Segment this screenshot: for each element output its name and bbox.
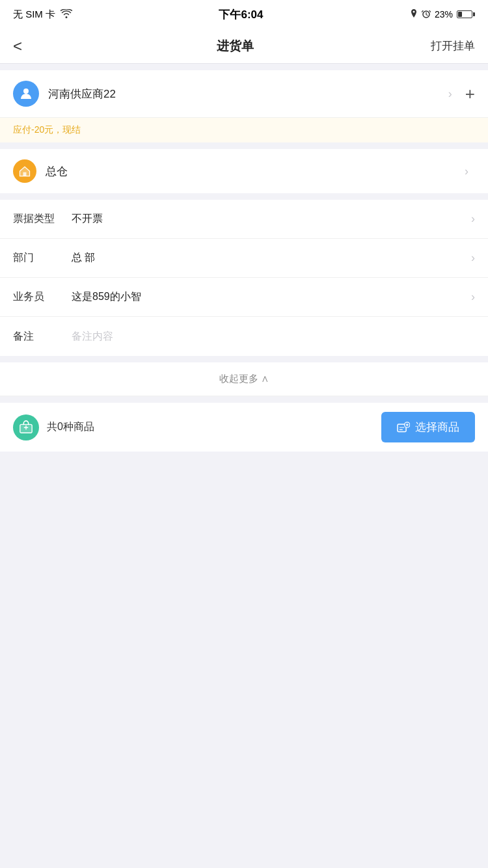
back-button[interactable]: < [13,37,39,55]
product-count-text: 共0种商品 [47,420,94,434]
select-product-button[interactable]: 选择商品 [381,412,475,442]
supplier-row[interactable]: 河南供应商22 › + [0,70,488,118]
remark-label: 备注 [13,330,65,344]
remark-input[interactable]: 备注内容 [65,330,475,344]
warehouse-row[interactable]: 总仓 › [0,149,488,193]
invoice-type-chevron-icon: › [471,212,475,226]
collapse-card: 收起更多 ∧ [0,362,488,396]
supplier-avatar [13,81,39,107]
status-right: 23% [410,9,475,20]
bottom-bar: 共0种商品 选择商品 [0,403,488,452]
select-product-label: 选择商品 [415,420,459,435]
svg-point-1 [23,88,29,94]
salesperson-label: 业务员 [13,290,65,304]
add-supplier-button[interactable]: + [459,84,475,104]
department-chevron-icon: › [471,251,475,265]
warehouse-name: 总仓 [46,164,465,179]
warehouse-card[interactable]: 总仓 › [0,149,488,193]
location-icon [410,9,418,20]
salesperson-value: 这是859的小智 [65,290,471,304]
carrier-text: 无 SIM 卡 [13,8,55,21]
status-bar: 无 SIM 卡 下午6:04 23% [0,0,488,29]
alarm-icon [422,9,431,20]
warehouse-icon [13,159,36,183]
supplier-card: 河南供应商22 › + 应付-20元，现结 [0,70,488,142]
battery-text: 23% [435,9,453,20]
supplier-notice: 应付-20元，现结 [0,118,488,142]
page-title: 进货单 [217,38,254,55]
battery-icon [457,10,475,18]
svg-rect-2 [23,172,27,176]
department-label: 部门 [13,251,65,265]
product-count-wrap: 共0种商品 [13,414,94,441]
open-pending-button[interactable]: 打开挂单 [431,38,475,53]
department-value: 总 部 [65,251,471,265]
warehouse-chevron-icon: › [465,165,468,178]
page-filler [0,452,488,647]
invoice-type-row[interactable]: 票据类型 不开票 › [0,200,488,239]
status-time: 下午6:04 [219,7,263,22]
salesperson-chevron-icon: › [471,290,475,304]
form-card: 票据类型 不开票 › 部门 总 部 › 业务员 这是859的小智 › 备注 备注… [0,200,488,356]
main-content: 河南供应商22 › + 应付-20元，现结 总仓 › 票据类型 不开票 › [0,64,488,647]
supplier-name: 河南供应商22 [48,87,448,102]
department-row[interactable]: 部门 总 部 › [0,239,488,278]
status-left: 无 SIM 卡 [13,8,72,21]
supplier-chevron-icon: › [448,87,452,101]
salesperson-row[interactable]: 业务员 这是859的小智 › [0,278,488,317]
nav-bar: < 进货单 打开挂单 [0,29,488,64]
collapse-button[interactable]: 收起更多 ∧ [0,362,488,396]
invoice-type-label: 票据类型 [13,212,65,226]
product-icon [13,414,39,441]
remark-row[interactable]: 备注 备注内容 [0,317,488,356]
invoice-type-value: 不开票 [65,212,471,226]
wifi-icon [61,9,72,20]
